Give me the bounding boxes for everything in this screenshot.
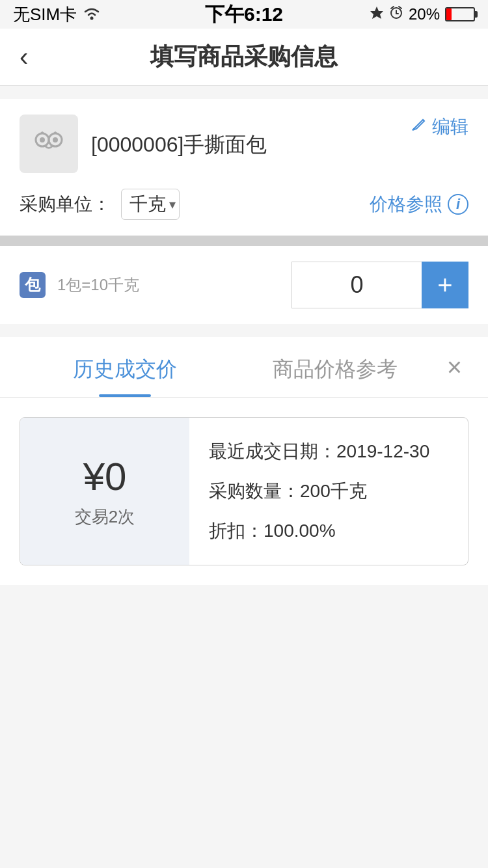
quantity-input[interactable]	[291, 262, 422, 308]
recent-date-label: 最近成交日期：	[209, 441, 336, 461]
price-symbol: ¥	[83, 455, 105, 498]
unit-hint: 1包=10千克	[57, 275, 139, 295]
price-number: 0	[105, 455, 126, 498]
page-title: 填写商品采购信息	[150, 41, 338, 73]
main-content-area	[0, 585, 488, 868]
price-value: ¥0	[83, 454, 127, 499]
recent-date-value: 2019-12-30	[336, 441, 429, 461]
back-button[interactable]: ‹	[20, 42, 28, 72]
status-left: 无SIM卡	[13, 3, 102, 26]
quantity-detail-label: 采购数量：	[209, 481, 300, 501]
quantity-row-detail: 采购数量：200千克	[209, 477, 448, 506]
tab-header: 历史成交价 商品价格参考 ×	[0, 337, 488, 398]
quantity-row: 包 1包=10千克 +	[0, 246, 488, 324]
price-card: ¥0 交易2次 最近成交日期：2019-12-30 采购数量：200千克 折扣：…	[20, 417, 468, 565]
info-icon: i	[448, 194, 468, 215]
discount-label: 折扣：	[209, 521, 264, 541]
price-ref-label: 价格参照	[370, 192, 442, 217]
product-thumbnail	[20, 115, 78, 173]
edit-label: 编辑	[432, 115, 468, 139]
status-right: 20%	[370, 5, 475, 23]
tab-close-button[interactable]: ×	[441, 340, 468, 395]
tab-product-price-ref[interactable]: 商品价格参考	[230, 337, 440, 397]
product-header: [0000006]手撕面包 编辑	[20, 115, 468, 173]
product-left: [0000006]手撕面包	[20, 115, 267, 173]
product-info: [0000006]手撕面包	[91, 128, 267, 159]
price-card-right: 最近成交日期：2019-12-30 采购数量：200千克 折扣：100.00%	[189, 418, 468, 565]
quantity-control: +	[291, 262, 468, 308]
tab-panel: 历史成交价 商品价格参考 × ¥0 交易2次 最近成交日期：2019-12-30…	[0, 337, 488, 585]
quantity-detail-value: 200千克	[300, 481, 367, 501]
carrier-text: 无SIM卡	[13, 3, 77, 26]
recent-date-row: 最近成交日期：2019-12-30	[209, 437, 448, 467]
unit-label: 采购单位：	[20, 192, 111, 217]
bao-unit-icon: 包	[20, 272, 46, 298]
discount-value: 100.00%	[264, 521, 336, 541]
status-time: 下午6:12	[205, 1, 283, 28]
tab-history-price[interactable]: 历史成交价	[20, 337, 230, 397]
product-name: [0000006]手撕面包	[91, 131, 267, 159]
svg-point-4	[40, 137, 45, 142]
discount-row: 折扣：100.00%	[209, 517, 448, 546]
product-logo-icon	[29, 122, 68, 167]
status-bar: 无SIM卡 下午6:12 20%	[0, 0, 488, 29]
price-card-left: ¥0 交易2次	[20, 418, 189, 565]
quantity-label: 包 1包=10千克	[20, 272, 139, 298]
quantity-plus-button[interactable]: +	[422, 262, 468, 308]
section-divider	[0, 236, 488, 246]
svg-point-5	[53, 137, 58, 142]
unit-select[interactable]: 千克	[121, 189, 180, 220]
trade-count: 交易2次	[75, 506, 135, 528]
location-icon	[370, 5, 384, 23]
price-ref-button[interactable]: 价格参照 i	[370, 192, 468, 217]
nav-bar: ‹ 填写商品采购信息	[0, 29, 488, 86]
wifi-icon	[82, 5, 102, 25]
unit-select-wrap[interactable]: 千克	[121, 189, 180, 220]
battery-percent: 20%	[409, 5, 440, 23]
unit-row: 采购单位： 千克	[20, 189, 180, 220]
product-meta: 采购单位： 千克 价格参照 i	[20, 189, 468, 220]
battery-icon	[445, 7, 475, 21]
edit-button[interactable]: 编辑	[410, 115, 468, 139]
product-card: [0000006]手撕面包 编辑 采购单位： 千克 价格参照 i	[0, 99, 488, 236]
price-history-section: ¥0 交易2次 最近成交日期：2019-12-30 采购数量：200千克 折扣：…	[0, 398, 488, 585]
edit-icon	[410, 116, 428, 139]
alarm-icon	[389, 5, 403, 23]
svg-point-0	[90, 16, 94, 20]
